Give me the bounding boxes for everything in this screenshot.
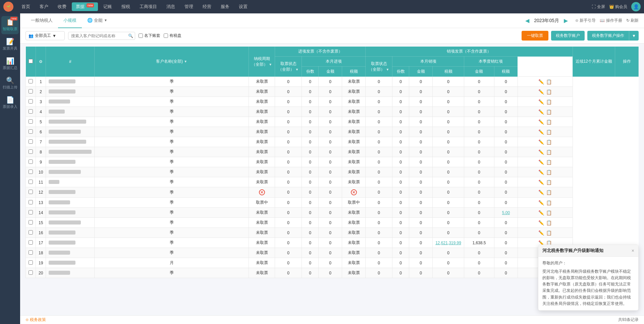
edit-icon[interactable]: ✏️: [538, 159, 544, 165]
row-checkbox[interactable]: [29, 139, 33, 144]
copy-icon[interactable]: 📋: [546, 170, 552, 175]
edit-icon[interactable]: ✏️: [538, 129, 544, 135]
copy-icon[interactable]: 📋: [546, 119, 552, 125]
row-checkbox[interactable]: [29, 79, 33, 83]
copy-icon[interactable]: 📋: [546, 79, 552, 84]
copy-icon[interactable]: 📋: [546, 139, 552, 145]
tax-digital-btn[interactable]: 税务数字账户: [551, 31, 585, 41]
copy-icon[interactable]: 📋: [546, 200, 552, 205]
out-count-cell: 0: [366, 137, 392, 147]
copy-icon[interactable]: 📋: [546, 159, 552, 165]
tax-disk-checkbox[interactable]: [164, 34, 168, 38]
edit-icon[interactable]: ✏️: [538, 180, 544, 185]
edit-icon[interactable]: ✏️: [538, 190, 544, 195]
row-checkbox[interactable]: [29, 240, 33, 245]
edit-icon[interactable]: ✏️: [538, 79, 544, 84]
tab-small-scale[interactable]: 小规模: [58, 13, 82, 28]
sidebar-item-entry[interactable]: 📄 票据录入: [1, 94, 19, 112]
nav-fee[interactable]: 收费: [54, 2, 70, 11]
row-checkbox[interactable]: [29, 220, 33, 224]
row-checkbox[interactable]: [29, 159, 33, 164]
nav-tax[interactable]: 报税: [117, 2, 134, 11]
nav-message[interactable]: 消息: [162, 2, 179, 11]
row-checkbox[interactable]: [29, 200, 33, 204]
row-checkbox[interactable]: [29, 129, 33, 134]
row-checkbox[interactable]: [29, 250, 33, 255]
tax-operation-dropdown[interactable]: ▼: [629, 31, 639, 41]
tab-all[interactable]: 🌐 全能 ▼: [82, 13, 113, 28]
copy-icon[interactable]: 📋: [546, 149, 552, 155]
edit-icon[interactable]: ✏️: [538, 149, 544, 155]
edit-icon[interactable]: ✏️: [538, 109, 544, 115]
out-status-cell: ✕: [342, 187, 366, 198]
copy-icon[interactable]: 📋: [546, 230, 552, 236]
sidebar-item-open-invoice[interactable]: 📝 发票开具: [1, 36, 19, 54]
out-count-cell: 0: [366, 167, 392, 177]
checkbox-tax-disk[interactable]: 有税盘: [164, 33, 181, 39]
copy-icon[interactable]: 📋: [546, 210, 552, 215]
member-btn[interactable]: 👑 购会员: [609, 4, 627, 10]
select-all-checkbox[interactable]: [29, 59, 33, 63]
edit-icon[interactable]: ✏️: [538, 220, 544, 225]
row-checkbox[interactable]: [29, 170, 33, 174]
nav-manage[interactable]: 管理: [180, 2, 197, 11]
copy-icon[interactable]: 📋: [546, 109, 552, 115]
tab-general-taxpayer[interactable]: 一般纳税人: [25, 13, 58, 28]
out-amount-cell: 0: [392, 107, 409, 117]
row-checkbox-cell: [26, 137, 36, 147]
row-checkbox[interactable]: [29, 89, 33, 93]
sidebar-item-summary[interactable]: 📊 票据汇总: [1, 55, 19, 73]
guide-btn[interactable]: ⊙ 新手引导: [575, 18, 596, 23]
tax-operation-btn[interactable]: 税务数字账户操作: [587, 31, 629, 41]
copy-icon[interactable]: 📋: [546, 129, 552, 135]
checkbox-sub-account[interactable]: 名下账套: [139, 33, 160, 39]
out-status-cell: 未取票: [342, 167, 366, 177]
copy-icon[interactable]: 📋: [546, 89, 552, 94]
nav-service[interactable]: 服务: [217, 2, 233, 11]
nav-operation[interactable]: 经营: [199, 2, 215, 11]
edit-icon[interactable]: ✏️: [538, 99, 544, 105]
search-icon[interactable]: 🔍: [128, 34, 133, 38]
sidebar-item-scan[interactable]: 🔍 扫描上传: [1, 74, 19, 92]
nav-accounting[interactable]: 记账: [99, 2, 116, 11]
edit-icon[interactable]: ✏️: [538, 200, 544, 205]
nav-business[interactable]: 工商项目: [136, 2, 161, 11]
search-input[interactable]: [68, 32, 135, 40]
out-tax-cell: 0: [409, 147, 433, 157]
row-checkbox[interactable]: [29, 119, 33, 124]
copy-icon[interactable]: 📋: [546, 180, 552, 185]
notification-close-btn[interactable]: ×: [632, 248, 634, 253]
edit-icon[interactable]: ✏️: [538, 139, 544, 145]
edit-icon[interactable]: ✏️: [538, 89, 544, 94]
edit-icon[interactable]: ✏️: [538, 119, 544, 125]
edit-icon[interactable]: ✏️: [538, 170, 544, 175]
row-checkbox[interactable]: [29, 99, 33, 104]
nav-settings[interactable]: 设置: [235, 2, 252, 11]
nav-customer[interactable]: 客户: [36, 2, 52, 11]
row-checkbox[interactable]: [29, 109, 33, 114]
copy-icon[interactable]: 📋: [546, 99, 552, 105]
nav-invoice[interactable]: 票据 new: [72, 2, 98, 11]
prev-month-btn[interactable]: ◀: [523, 17, 531, 24]
copy-icon[interactable]: 📋: [546, 190, 552, 195]
nav-home[interactable]: 首页: [17, 2, 34, 11]
tax-policy-link[interactable]: ⊙ 税务政策: [25, 317, 46, 323]
edit-icon[interactable]: ✏️: [538, 210, 544, 215]
employee-filter[interactable]: 👥 全部员工 ▼: [25, 31, 65, 40]
row-checkbox[interactable]: [29, 180, 33, 184]
row-checkbox[interactable]: [29, 270, 33, 275]
one-click-fetch-btn[interactable]: 一键取票: [522, 31, 548, 41]
sub-account-checkbox[interactable]: [139, 34, 143, 38]
row-checkbox[interactable]: [29, 210, 33, 214]
row-checkbox[interactable]: [29, 260, 33, 265]
row-checkbox[interactable]: [29, 230, 33, 235]
refresh-btn[interactable]: ↻ 刷新: [626, 18, 639, 23]
fullscreen-btn[interactable]: ⛶ 全屏: [592, 4, 605, 10]
user-avatar[interactable]: 👤: [631, 2, 641, 11]
edit-icon[interactable]: ✏️: [538, 230, 544, 236]
row-checkbox[interactable]: [29, 190, 33, 194]
row-checkbox[interactable]: [29, 149, 33, 154]
next-month-btn[interactable]: ▶: [562, 17, 570, 24]
manual-btn[interactable]: 📖 操作手册: [600, 18, 622, 23]
copy-icon[interactable]: 📋: [546, 220, 552, 225]
